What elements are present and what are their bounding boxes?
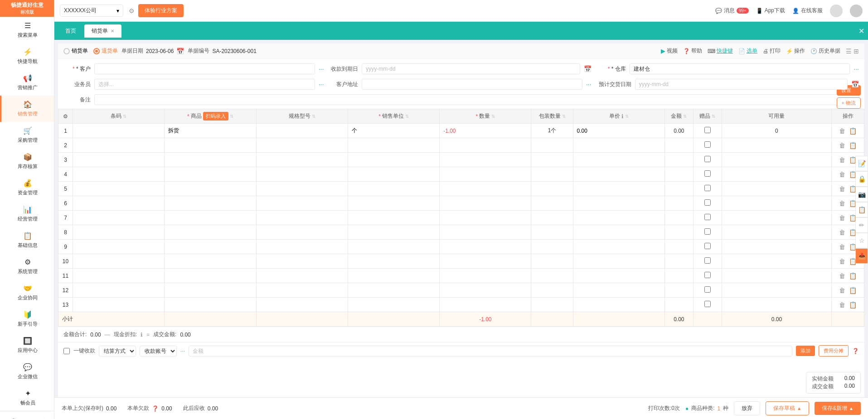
- abandon-btn[interactable]: 放弃: [734, 401, 760, 415]
- row-qty-0[interactable]: [440, 124, 531, 138]
- sidebar-item-operation[interactable]: 📊 经营管理: [0, 201, 54, 227]
- row-barcode-9[interactable]: [73, 254, 165, 269]
- row-barcode-3[interactable]: [73, 167, 165, 182]
- row-copy-btn-0[interactable]: 📋: [849, 127, 857, 135]
- row-spec-10[interactable]: [256, 269, 348, 283]
- customer-picker-icon[interactable]: ···: [319, 65, 324, 72]
- row-gift-8[interactable]: [693, 240, 722, 254]
- row-delete-btn-4[interactable]: 🗑: [839, 185, 845, 193]
- row-gift-10[interactable]: [693, 269, 722, 283]
- row-price-8[interactable]: [573, 240, 664, 254]
- trial-plan-button[interactable]: 体验行业方案: [138, 4, 184, 17]
- row-product-5[interactable]: [165, 196, 256, 211]
- row-barcode-7[interactable]: [73, 225, 165, 240]
- row-copy-btn-1[interactable]: 📋: [849, 142, 857, 149]
- row-unit-4[interactable]: [348, 182, 439, 196]
- sidebar-item-inventory[interactable]: 📦 库存核算: [0, 148, 54, 174]
- row-price-7[interactable]: [573, 225, 664, 240]
- packqty-sort-icon[interactable]: ⇅: [562, 114, 566, 119]
- customer-addr-input[interactable]: [362, 79, 582, 90]
- row-price-1[interactable]: [573, 138, 664, 153]
- row-delete-btn-6[interactable]: 🗑: [839, 214, 845, 222]
- list-view-icon[interactable]: ☰: [846, 48, 852, 55]
- row-gift-3[interactable]: [693, 167, 722, 182]
- row-unit-8[interactable]: [348, 240, 439, 254]
- row-product-10[interactable]: [165, 269, 256, 283]
- expected-date-calendar-icon[interactable]: 📅: [851, 81, 859, 88]
- row-qty-5[interactable]: [440, 196, 531, 211]
- row-gift-5[interactable]: [693, 196, 722, 211]
- row-product-12[interactable]: [165, 298, 256, 312]
- row-delete-btn-0[interactable]: 🗑: [839, 127, 845, 135]
- amount-input[interactable]: [189, 346, 792, 356]
- sidebar-item-guide[interactable]: 🔰 新手引导: [0, 306, 54, 332]
- row-barcode-10[interactable]: [73, 269, 165, 283]
- col-gear-header[interactable]: ⚙: [58, 109, 73, 124]
- row-copy-btn-11[interactable]: 📋: [849, 287, 857, 294]
- float-edit-btn[interactable]: ✏: [855, 217, 868, 233]
- row-delete-btn-8[interactable]: 🗑: [839, 243, 845, 250]
- save-draft-btn[interactable]: 保存草稿 ▲: [766, 401, 809, 415]
- row-barcode-6[interactable]: [73, 211, 165, 225]
- row-spec-11[interactable]: [256, 283, 348, 298]
- avatar[interactable]: [830, 5, 843, 17]
- row-spec-3[interactable]: [256, 167, 348, 182]
- float-upload-btn[interactable]: 📤: [855, 248, 868, 264]
- sidebar-item-member[interactable]: ✦ 畅会员: [0, 385, 54, 411]
- qty-sort-icon[interactable]: ⇅: [491, 114, 495, 119]
- row-price-2[interactable]: [573, 153, 664, 167]
- sidebar-collapse-btn[interactable]: ◀: [36, 415, 45, 419]
- row-barcode-8[interactable]: [73, 240, 165, 254]
- save-new-btn[interactable]: 保存&新增 ▲: [815, 402, 861, 415]
- history-btn[interactable]: 🕐 历史单据: [810, 47, 840, 55]
- tab-home[interactable]: 首页: [58, 24, 83, 38]
- help-btn[interactable]: ❓ 帮助: [683, 47, 702, 55]
- salesperson-picker-icon[interactable]: ···: [319, 81, 324, 88]
- row-gift-11[interactable]: [693, 283, 722, 298]
- row-gift-7[interactable]: [693, 225, 722, 240]
- row-delete-btn-5[interactable]: 🗑: [839, 200, 845, 207]
- row-gift-6[interactable]: [693, 211, 722, 225]
- row-price-6[interactable]: [573, 211, 664, 225]
- price-sort-icon[interactable]: ⇅: [625, 114, 629, 119]
- row-product-11[interactable]: [165, 283, 256, 298]
- price-info-icon[interactable]: ℹ: [621, 113, 624, 120]
- sidebar-item-wechat[interactable]: 💬 企业微信: [0, 358, 54, 385]
- row-spec-5[interactable]: [256, 196, 348, 211]
- select-order-btn[interactable]: 📄 选单: [738, 47, 757, 55]
- row-unit-6[interactable]: [348, 211, 439, 225]
- row-unit-3[interactable]: [348, 167, 439, 182]
- row-barcode-12[interactable]: [73, 298, 165, 312]
- amount-sort-icon[interactable]: ⇅: [683, 114, 687, 119]
- barcode-sort-icon[interactable]: ⇅: [123, 114, 126, 119]
- row-product-6[interactable]: [165, 211, 256, 225]
- sales-order-radio[interactable]: 销货单: [63, 47, 88, 55]
- sidebar-settings-btn[interactable]: ⚙: [9, 415, 19, 419]
- float-star-btn[interactable]: ☆: [855, 233, 868, 248]
- row-qty-12[interactable]: [440, 298, 531, 312]
- row-delete-btn-9[interactable]: 🗑: [839, 258, 845, 265]
- row-price-11[interactable]: [573, 283, 664, 298]
- row-qty-4[interactable]: [440, 182, 531, 196]
- row-delete-btn-11[interactable]: 🗑: [839, 287, 845, 294]
- row-delete-btn-7[interactable]: 🗑: [839, 229, 845, 236]
- row-qty-10[interactable]: [440, 269, 531, 283]
- row-qty-8[interactable]: [440, 240, 531, 254]
- sidebar-item-marketing[interactable]: 📢 营销推广: [0, 69, 54, 96]
- row-spec-2[interactable]: [256, 153, 348, 167]
- due-date-calendar-icon[interactable]: 📅: [584, 65, 592, 72]
- row-unit-2[interactable]: [348, 153, 439, 167]
- row-spec-0[interactable]: [256, 124, 348, 138]
- expense-help-icon[interactable]: ❓: [852, 348, 859, 354]
- row-product-3[interactable]: [165, 167, 256, 182]
- video-btn[interactable]: ▶ 视频: [661, 47, 678, 55]
- row-qty-7[interactable]: [440, 225, 531, 240]
- row-product-1[interactable]: [165, 138, 256, 153]
- product-sort-icon[interactable]: ⇅: [230, 114, 233, 119]
- row-qty-3[interactable]: [440, 167, 531, 182]
- row-qty-6[interactable]: [440, 211, 531, 225]
- row-qty-11[interactable]: [440, 283, 531, 298]
- row-delete-btn-12[interactable]: 🗑: [839, 301, 845, 308]
- row-spec-6[interactable]: [256, 211, 348, 225]
- row-qty-1[interactable]: [440, 138, 531, 153]
